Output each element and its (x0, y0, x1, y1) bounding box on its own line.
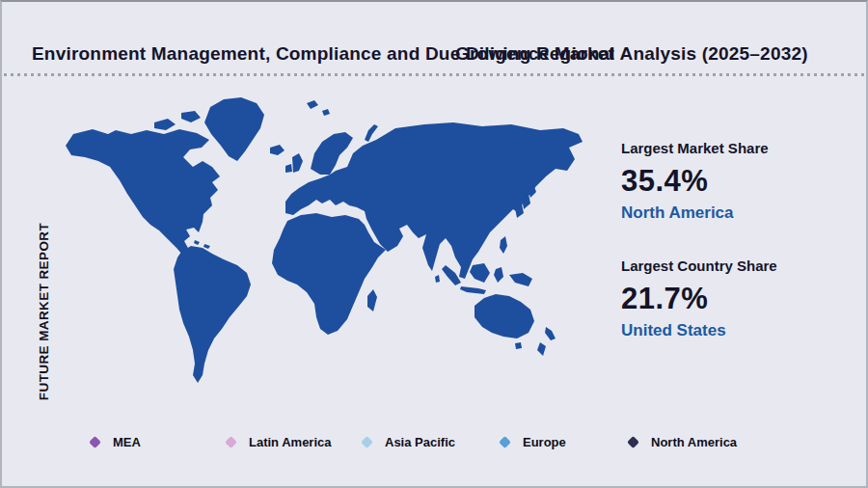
latin-america-diamond-icon (225, 436, 237, 448)
legend-label: North America (651, 435, 737, 449)
legend-label: Latin America (249, 435, 332, 449)
greenland (204, 97, 264, 161)
report-infographic: Environment Management, Compliance and D… (0, 0, 868, 488)
europe-diamond-icon (499, 436, 511, 448)
java (460, 286, 486, 294)
new-zealand-north (545, 327, 556, 340)
arctic-island-1 (154, 119, 176, 130)
legend-item-europe: Europe (501, 433, 566, 450)
legend-item-mea: MEA (91, 433, 141, 450)
sri-lanka (435, 275, 440, 283)
largest-country-share-region: United States (621, 321, 726, 340)
world-map (58, 85, 603, 413)
page-title-line2: Growing Regional Analysis (2025–2032) (455, 43, 808, 65)
legend-item-north-america: North America (629, 433, 737, 450)
largest-market-share-region: North America (621, 203, 734, 223)
asia-pacific-diamond-icon (361, 436, 373, 448)
mea-diamond-icon (89, 436, 101, 448)
tasmania (515, 342, 522, 349)
legend-label: Asia Pacific (385, 435, 455, 449)
new-guinea (509, 273, 532, 286)
ireland (285, 164, 292, 173)
sulawesi (494, 267, 503, 283)
united-kingdom (292, 153, 303, 173)
arctic-island-2 (181, 111, 201, 122)
north-america-diamond-icon (627, 436, 639, 448)
legend-item-latin-america: Latin America (227, 433, 332, 450)
dotted-separator (4, 73, 864, 76)
franz-josef (322, 109, 330, 116)
new-zealand-south (537, 342, 546, 356)
caribbean-1 (194, 240, 200, 245)
continent-africa (272, 213, 386, 335)
continent-south-america (174, 246, 251, 383)
australia (475, 294, 534, 339)
borneo (470, 263, 490, 283)
legend-item-asia-pacific: Asia Pacific (363, 433, 455, 450)
philippines (500, 236, 507, 254)
largest-country-share-label: Largest Country Share (621, 258, 777, 274)
sumatra (442, 265, 461, 285)
legend-label: MEA (113, 435, 141, 449)
largest-market-share-label: Largest Market Share (621, 140, 769, 156)
caribbean-2 (203, 244, 210, 249)
largest-country-share-value: 21.7% (621, 282, 708, 316)
madagascar (367, 289, 377, 312)
world-map-shapes (66, 97, 583, 383)
largest-market-share-value: 35.4% (621, 164, 708, 199)
brand-vertical-text: FUTURE MARKET REPORT (37, 223, 51, 400)
novaya-zemlya (365, 124, 378, 142)
svalbard (307, 100, 318, 109)
legend-label: Europe (523, 435, 566, 449)
iceland (270, 145, 285, 155)
